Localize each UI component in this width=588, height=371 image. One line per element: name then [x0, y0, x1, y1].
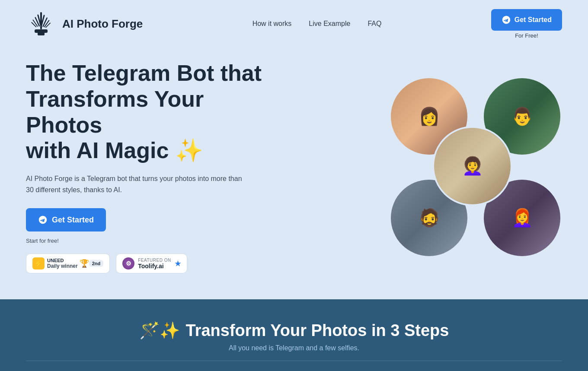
- header-for-free: For Free!: [515, 32, 538, 39]
- start-free-label: Start for free!: [26, 238, 277, 244]
- nav-faq[interactable]: FAQ: [368, 20, 381, 28]
- hero-description: AI Photo Forge is a Telegram bot that tu…: [26, 173, 242, 195]
- star-icon: ★: [175, 260, 181, 268]
- nav-how-it-works[interactable]: How it works: [252, 20, 292, 28]
- nav-live-example[interactable]: Live Example: [309, 20, 350, 28]
- uneed-brand: UNEED: [47, 258, 78, 263]
- logo-area: AI Photo Forge: [26, 9, 143, 39]
- steps-title: 🪄✨ Transform Your Photos in 3 Steps: [26, 321, 562, 340]
- logo-icon: [26, 9, 56, 39]
- hero-section: The Telegram Bot that Transforms Your Ph…: [0, 48, 588, 299]
- logo-title: AI Photo Forge: [62, 17, 143, 31]
- header-cta: Get Started For Free!: [491, 9, 562, 39]
- toolify-icon: ⚙: [122, 257, 134, 270]
- rank-badge: 2nd: [89, 260, 104, 267]
- uneed-sub: Daily winner: [47, 263, 78, 269]
- toolify-name: Toolify.ai: [138, 263, 171, 270]
- steps-icon: 🪄✨: [139, 321, 180, 340]
- svg-rect-9: [31, 22, 37, 28]
- uneed-badge[interactable]: ⚡ UNEED Daily winner 🏆 2nd: [26, 254, 110, 273]
- telegram-icon-hero: [38, 215, 48, 225]
- steps-subtitle: All you need is Telegram and a few selfi…: [26, 344, 562, 352]
- hero-title: The Telegram Bot that Transforms Your Ph…: [26, 60, 277, 164]
- toolify-badge[interactable]: ⚙ FEATURED ON Toolify.ai ★: [116, 254, 187, 273]
- telegram-icon: [502, 15, 511, 25]
- main-nav: How it works Live Example FAQ: [252, 20, 382, 28]
- featured-on-label: FEATURED ON: [138, 258, 171, 263]
- steps-divider: [26, 361, 562, 361]
- header-get-started-button[interactable]: Get Started: [491, 9, 562, 31]
- svg-rect-1: [35, 29, 48, 33]
- lightning-icon: ⚡: [32, 257, 45, 270]
- header: AI Photo Forge How it works Live Example…: [0, 0, 588, 48]
- steps-header: 🪄✨ Transform Your Photos in 3 Steps All …: [26, 321, 562, 352]
- badges-area: ⚡ UNEED Daily winner 🏆 2nd ⚙ FEATURED ON…: [26, 254, 277, 273]
- trophy-icon: 🏆: [80, 259, 89, 268]
- photo-collage: 👩 👨 👩‍🦱 🧔 👩‍🦰: [380, 76, 562, 258]
- steps-section: 🪄✨ Transform Your Photos in 3 Steps All …: [0, 299, 588, 371]
- hero-get-started-button[interactable]: Get Started: [26, 208, 106, 231]
- photo-3: 👩‍🦱: [432, 126, 512, 206]
- hero-content: The Telegram Bot that Transforms Your Ph…: [26, 60, 277, 273]
